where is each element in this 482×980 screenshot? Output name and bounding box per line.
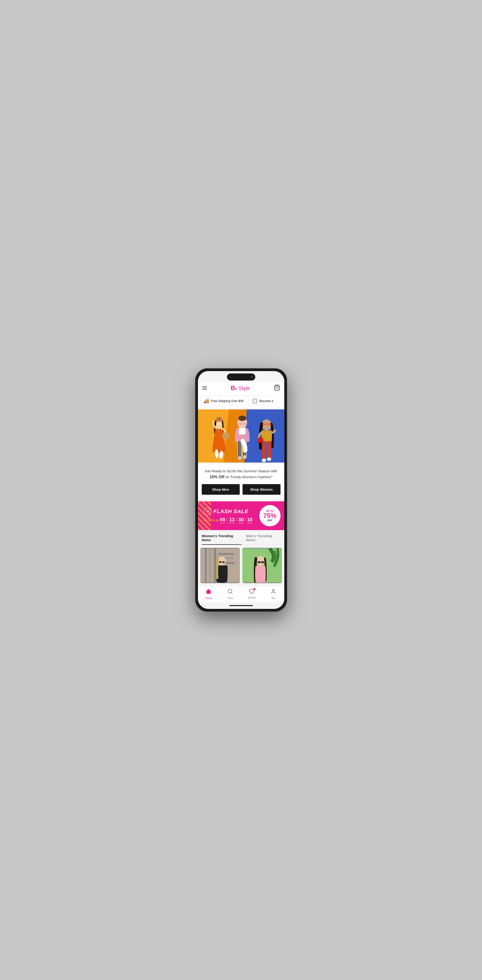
- svg-rect-15: [239, 441, 240, 457]
- svg-point-28: [262, 423, 266, 426]
- logo-style: Style: [238, 385, 250, 391]
- svg-rect-22: [243, 423, 247, 425]
- product-grid: [198, 545, 284, 586]
- countdown-hours: 13 HOURS: [229, 517, 235, 524]
- cart-icon[interactable]: [274, 385, 280, 391]
- hero-text-section: Get Ready to Sizzle this Summer Season w…: [198, 464, 284, 484]
- svg-point-31: [262, 459, 266, 462]
- svg-point-6: [216, 417, 221, 422]
- shop-buttons-section: Shop Men Shop Women: [198, 484, 284, 499]
- nav-home[interactable]: Home: [198, 589, 220, 600]
- phone-frame: Bx Style 🚚 Free Shipping Over $35 📋 Beco…: [195, 368, 287, 612]
- hero-headline: Get Ready to Sizzle this Summer Season w…: [202, 469, 280, 480]
- product-image-1: [200, 548, 240, 583]
- promo-shipping[interactable]: 🚚 Free Shipping Over $35: [200, 396, 247, 406]
- svg-rect-27: [267, 441, 271, 459]
- svg-line-48: [231, 593, 232, 593]
- shop-men-button[interactable]: Shop Men: [202, 484, 240, 495]
- nav-wishlist[interactable]: Wistlist: [241, 589, 263, 600]
- countdown-secs: 10 SECS: [247, 517, 253, 524]
- svg-rect-36: [214, 549, 216, 582]
- svg-rect-42: [222, 561, 225, 563]
- svg-rect-35: [209, 549, 211, 582]
- svg-rect-14: [238, 441, 239, 457]
- svg-point-47: [228, 589, 232, 593]
- svg-point-44: [256, 556, 265, 566]
- truck-icon: 🚚: [204, 398, 209, 404]
- bottom-navigation: Home Shop Wistlist: [198, 586, 284, 602]
- svg-rect-30: [258, 438, 263, 442]
- svg-rect-41: [219, 561, 221, 563]
- svg-rect-34: [205, 549, 207, 582]
- app-logo: Bx Style: [231, 384, 250, 391]
- flash-starts-row: STARTS IN 00 DAYS : 13 HOURS :: [204, 517, 259, 524]
- phone-screen: Bx Style 🚚 Free Shipping Over $35 📋 Beco…: [198, 371, 284, 609]
- flash-sale-title: FLASH SALE: [213, 508, 248, 514]
- svg-point-11: [238, 416, 246, 421]
- svg-rect-12: [239, 428, 245, 434]
- product-card-1[interactable]: [200, 548, 240, 583]
- svg-point-40: [218, 557, 226, 565]
- camera-dot: [251, 376, 253, 378]
- sep3: :: [245, 517, 246, 522]
- sep2: :: [236, 517, 238, 522]
- user-icon: [270, 589, 276, 596]
- promo-member[interactable]: 📋 Become a: [249, 396, 277, 406]
- promo-strip: 🚚 Free Shipping Over $35 📋 Become a: [198, 394, 284, 408]
- trending-tabs: Women's Trending Items Men's Trending It…: [202, 534, 280, 545]
- wishlist-wrapper: [249, 589, 255, 595]
- app-header: Bx Style: [198, 382, 284, 394]
- countdown-timer: 00 DAYS : 13 HOURS : 50 MINS: [220, 517, 253, 524]
- tab-men[interactable]: Men's Trending Items: [246, 534, 280, 545]
- flash-title-row: FLASH SALE: [204, 508, 259, 515]
- shop-women-button[interactable]: Shop Women: [243, 484, 280, 495]
- product-image-2: [242, 548, 282, 583]
- notch-bar: [198, 371, 284, 382]
- svg-rect-16: [241, 441, 241, 457]
- flash-discount-badge: UP TO 75% OFF: [259, 505, 280, 526]
- badge-percent: 75%: [263, 512, 276, 519]
- trending-tabs-section: Women's Trending Items Men's Trending It…: [198, 530, 284, 545]
- logo-x: x: [235, 387, 237, 391]
- hero-highlight: 10% Off: [210, 475, 224, 479]
- svg-point-24: [243, 455, 247, 459]
- svg-point-23: [238, 456, 242, 460]
- svg-point-32: [267, 457, 271, 461]
- notch: [227, 374, 255, 380]
- home-label: Home: [205, 597, 212, 600]
- svg-rect-21: [239, 423, 242, 425]
- shipping-text: Free Shipping Over $35: [211, 399, 244, 403]
- flash-stripes: [198, 501, 211, 530]
- svg-rect-46: [261, 561, 264, 563]
- home-icon: [206, 589, 212, 596]
- member-icon: 📋: [252, 398, 258, 404]
- svg-rect-45: [258, 561, 261, 563]
- svg-rect-26: [262, 441, 266, 459]
- logo-b: B: [231, 384, 235, 391]
- svg-rect-37: [218, 553, 234, 555]
- shop-icon: [227, 589, 233, 596]
- hero-banner: [198, 408, 284, 464]
- flash-sale-banner: FLASH SALE STARTS IN 00 DAYS : 13 HOURS: [198, 501, 284, 530]
- nav-shop[interactable]: Shop: [220, 589, 241, 600]
- home-indicator-bar: [229, 605, 253, 606]
- shop-label: Shop: [227, 597, 233, 600]
- me-label: Me: [272, 597, 275, 600]
- sep1: :: [226, 517, 227, 522]
- home-indicator-area: [198, 602, 284, 609]
- svg-point-29: [267, 423, 270, 426]
- nav-me[interactable]: Me: [262, 589, 284, 600]
- badge-off: OFF: [267, 519, 272, 522]
- member-text: Become a: [259, 399, 274, 403]
- countdown-days: 00 DAYS: [220, 517, 225, 524]
- product-card-2[interactable]: [242, 548, 282, 583]
- wishlist-dot: [254, 588, 256, 590]
- wishlist-label: Wistlist: [248, 596, 256, 599]
- svg-point-49: [272, 589, 274, 591]
- countdown-mins: 50 MINS: [239, 517, 244, 524]
- hamburger-icon[interactable]: [202, 387, 207, 390]
- tab-women[interactable]: Women's Trending Items: [202, 534, 241, 545]
